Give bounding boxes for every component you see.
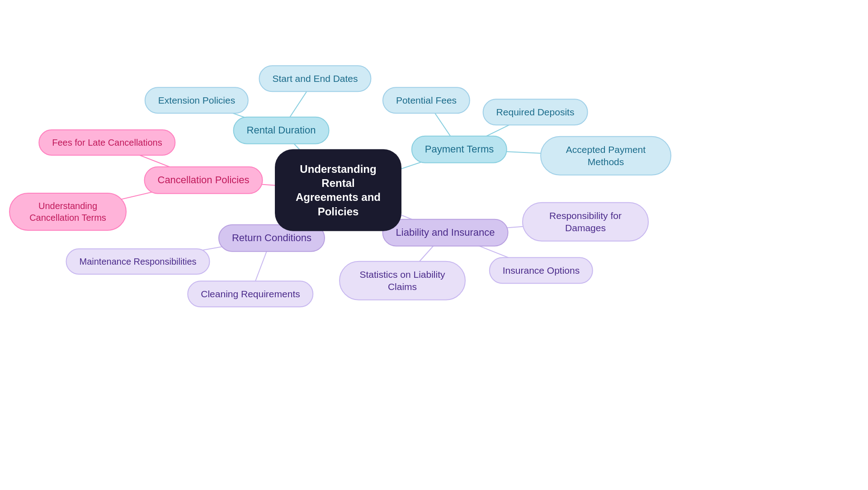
accepted-payment-methods-node[interactable]: Accepted Payment Methods bbox=[540, 136, 671, 176]
cancellation-policies-node[interactable]: Cancellation Policies bbox=[144, 167, 263, 194]
statistics-liability-node[interactable]: Statistics on Liability Claims bbox=[339, 261, 466, 300]
liability-insurance-node[interactable]: Liability and Insurance bbox=[382, 219, 509, 247]
extension-policies-node[interactable]: Extension Policies bbox=[145, 87, 249, 114]
start-end-dates-node[interactable]: Start and End Dates bbox=[259, 65, 371, 92]
understanding-cancellation-terms-node[interactable]: Understanding Cancellation Terms bbox=[9, 193, 127, 231]
center-node[interactable]: Understanding Rental Agreements and Poli… bbox=[275, 149, 401, 231]
maintenance-responsibilities-node[interactable]: Maintenance Responsibilities bbox=[66, 248, 210, 275]
cleaning-requirements-node[interactable]: Cleaning Requirements bbox=[187, 281, 313, 307]
rental-duration-node[interactable]: Rental Duration bbox=[233, 117, 330, 144]
responsibility-damages-node[interactable]: Responsibility for Damages bbox=[522, 202, 649, 242]
required-deposits-node[interactable]: Required Deposits bbox=[483, 99, 588, 125]
fees-late-cancellations-node[interactable]: Fees for Late Cancellations bbox=[38, 129, 175, 156]
payment-terms-node[interactable]: Payment Terms bbox=[411, 136, 507, 163]
insurance-options-node[interactable]: Insurance Options bbox=[489, 257, 593, 284]
potential-fees-node[interactable]: Potential Fees bbox=[382, 87, 470, 114]
